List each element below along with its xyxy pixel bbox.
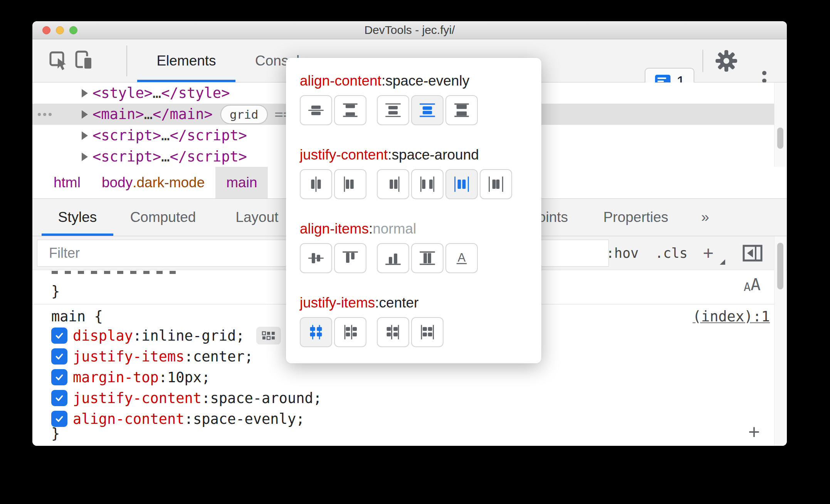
device-toolbar-icon[interactable] — [74, 50, 95, 72]
grid-editor-icon[interactable] — [256, 327, 281, 344]
grid-alignment-popup: align-content: space-evenly — [286, 58, 541, 363]
declaration-checkbox[interactable] — [51, 328, 67, 344]
justify-content-space-between-button[interactable] — [411, 169, 444, 199]
align-items-label: align-items: normal — [300, 221, 541, 237]
declaration-checkbox[interactable] — [51, 369, 67, 385]
tab-layout[interactable]: Layout — [232, 199, 282, 236]
justify-content-start-button[interactable] — [334, 169, 366, 199]
align-content-stretch-button[interactable] — [445, 95, 478, 125]
tab-properties[interactable]: Properties — [599, 199, 672, 236]
align-items-end-button[interactable] — [377, 243, 409, 273]
justify-content-center-button[interactable] — [300, 169, 332, 199]
justify-content-space-evenly-button[interactable] — [480, 169, 512, 199]
align-items-start-button[interactable] — [334, 243, 366, 273]
rule-closing-brace: } — [32, 423, 787, 444]
grid-badge[interactable]: grid — [220, 105, 268, 124]
declaration-margin-top[interactable]: margin-top: 10px; — [32, 367, 787, 388]
align-content-space-evenly-button-selected[interactable] — [411, 95, 444, 125]
tab-computed[interactable]: Computed — [125, 199, 201, 236]
more-tabs-icon[interactable]: » — [694, 199, 717, 236]
styles-scrollbar-thumb[interactable] — [777, 243, 783, 289]
devtools-window: DevTools - jec.fyi/ Elements Console — [32, 21, 787, 446]
toggle-classes-button[interactable]: .cls — [655, 236, 687, 270]
settings-gear-icon[interactable] — [714, 49, 739, 73]
toolbar-divider — [126, 45, 127, 76]
dom-row-options-icon[interactable] — [38, 113, 52, 116]
justify-content-section: justify-content: space-around — [300, 147, 541, 199]
toggle-hover-state-button[interactable]: :hov — [606, 236, 638, 270]
justify-items-stretch-button[interactable] — [411, 317, 444, 347]
justify-items-label: justify-items: center — [300, 295, 541, 311]
new-rule-plus-icon[interactable]: + — [748, 420, 760, 444]
font-editor-icon[interactable]: AA — [744, 276, 761, 293]
align-content-center-button[interactable] — [300, 95, 332, 125]
long-press-corner-icon — [720, 259, 725, 265]
inspect-element-icon[interactable] — [49, 50, 69, 71]
window-title: DevTools - jec.fyi/ — [32, 21, 787, 39]
align-items-options: A — [300, 243, 541, 273]
new-style-rule-button[interactable]: + — [703, 236, 714, 270]
declaration-justify-content[interactable]: justify-content: space-around; — [32, 388, 787, 408]
clipped-rule-fragment — [52, 271, 183, 274]
justify-items-center-button-selected[interactable] — [300, 317, 332, 347]
align-items-baseline-button[interactable]: A — [445, 243, 478, 273]
tab-elements[interactable]: Elements — [137, 39, 235, 82]
svg-text:A: A — [458, 251, 466, 264]
align-items-stretch-button[interactable] — [411, 243, 444, 273]
disclosure-triangle-icon[interactable] — [82, 110, 88, 119]
disclosure-triangle-icon[interactable] — [82, 89, 88, 97]
breadcrumb-main-selected[interactable]: main — [215, 167, 268, 198]
justify-items-end-button[interactable] — [377, 317, 409, 347]
align-content-section: align-content: space-evenly — [300, 73, 541, 125]
align-content-space-between-button[interactable] — [334, 95, 366, 125]
justify-items-section: justify-items: center — [300, 295, 541, 347]
justify-items-start-button[interactable] — [334, 317, 366, 347]
stylesheet-source-link[interactable]: (index):1 — [693, 306, 770, 327]
disclosure-triangle-icon[interactable] — [82, 153, 88, 161]
align-content-options — [300, 95, 541, 125]
justify-content-space-around-button-selected[interactable] — [445, 169, 478, 199]
declaration-checkbox[interactable] — [51, 390, 67, 406]
title-bar: DevTools - jec.fyi/ — [32, 21, 787, 39]
justify-content-label: justify-content: space-around — [300, 147, 541, 163]
elements-scrollbar-thumb[interactable] — [777, 128, 783, 149]
filter-placeholder: Filter — [49, 245, 80, 261]
align-items-center-button[interactable] — [300, 243, 332, 273]
disclosure-triangle-icon[interactable] — [82, 131, 88, 140]
tab-styles[interactable]: Styles — [42, 199, 113, 236]
breadcrumb-body[interactable]: body.dark-mode — [102, 167, 205, 198]
sidebar-toggle-icon[interactable] — [743, 245, 763, 262]
align-content-space-around-button[interactable] — [377, 95, 409, 125]
toolbar-divider-2 — [702, 50, 703, 72]
align-content-label: align-content: space-evenly — [300, 73, 541, 89]
align-items-section: align-items: normal A — [300, 221, 541, 273]
elements-scrollbar[interactable] — [774, 82, 786, 167]
justify-content-options — [300, 169, 541, 199]
declaration-checkbox[interactable] — [51, 348, 67, 365]
justify-items-options — [300, 317, 541, 347]
justify-content-end-button[interactable] — [377, 169, 409, 199]
styles-scrollbar[interactable] — [774, 236, 786, 446]
breadcrumb-html[interactable]: html — [54, 167, 81, 198]
